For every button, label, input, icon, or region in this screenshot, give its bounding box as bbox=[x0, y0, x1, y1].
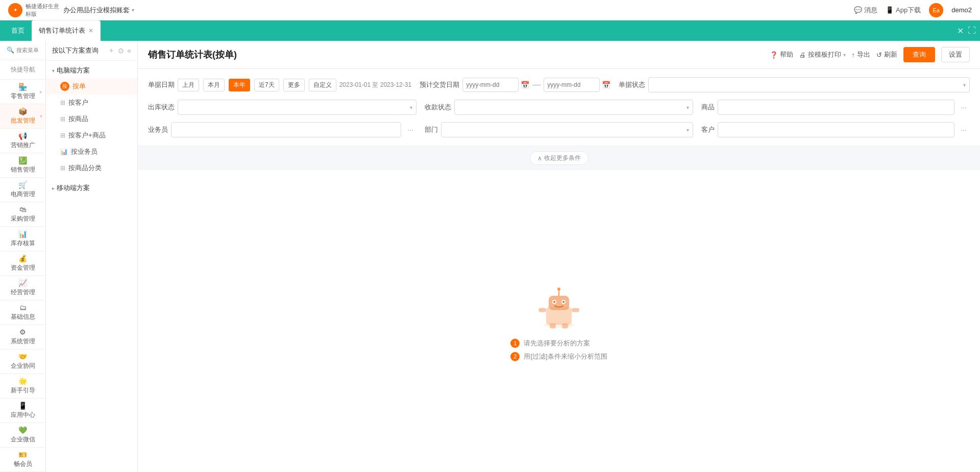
chevron-down-icon: ▾ bbox=[132, 7, 134, 13]
scheme-item-by-customer[interactable]: ⊞ 按客户 bbox=[46, 95, 137, 111]
settings-scheme-icon[interactable]: ⊙ bbox=[118, 46, 124, 55]
scheme-group-pc-title[interactable]: ▾ 电脑端方案 bbox=[46, 63, 137, 78]
date-quick-btns: 上月 本月 本年 近7天 更多 自定义 bbox=[178, 79, 336, 91]
collect-status-select[interactable] bbox=[454, 100, 693, 115]
scheme-item-by-salesperson[interactable]: 📊 按业务员 bbox=[46, 144, 137, 160]
filter-row-3: 业务员 ··· 部门 ▾ 客户 bbox=[148, 122, 970, 137]
add-scheme-icon[interactable]: ＋ bbox=[108, 46, 115, 55]
sidebar-item-ecom[interactable]: 🛒 电商管理 bbox=[0, 178, 45, 202]
ship-status-select[interactable] bbox=[178, 100, 416, 115]
dept-label: 部门 bbox=[425, 125, 438, 134]
sidebar-item-purchase[interactable]: 🛍 采购管理 bbox=[0, 202, 45, 227]
calendar-icon[interactable]: 📅 bbox=[521, 81, 529, 89]
avatar[interactable]: Ea bbox=[929, 3, 943, 17]
maximize-icon[interactable]: ⛶ bbox=[968, 26, 976, 35]
sidebar-item-newbie[interactable]: 🌟 新手引导 bbox=[0, 374, 45, 398]
app-download-btn[interactable]: 📱 App下载 bbox=[886, 6, 921, 15]
settings-btn[interactable]: 设置 bbox=[941, 47, 970, 62]
sidebar-quicknav[interactable]: 快捷导航 bbox=[0, 60, 45, 80]
goods-cat-scheme-icon: ⊞ bbox=[60, 164, 65, 172]
expected-date-start[interactable] bbox=[462, 78, 519, 92]
message-btn[interactable]: 💬 消息 bbox=[854, 6, 877, 15]
chevron-right-icon: ▸ bbox=[52, 185, 55, 191]
scheme-group-pc: ▾ 电脑端方案 按 按单 ⊞ 按客户 ⊞ 按商品 ⊞ 按客户+商品 bbox=[46, 61, 137, 178]
dept-field: 部门 ▾ bbox=[425, 122, 693, 137]
scheme-item-by-order[interactable]: 按 按单 bbox=[46, 78, 137, 95]
sidebar-item-inventory[interactable]: 📊 库存核算 bbox=[0, 227, 45, 251]
logo-text: 畅捷通好生意 标版 bbox=[26, 3, 59, 17]
scheme-group-mobile: ▸ 移动端方案 bbox=[46, 178, 137, 198]
empty-hint-1: 1 请先选择要分析的方案 bbox=[510, 339, 607, 348]
tab-home[interactable]: 首页 bbox=[4, 20, 32, 41]
sidebar-item-marketing[interactable]: 📢 营销推广 bbox=[0, 129, 45, 153]
collect-status-label: 收款状态 bbox=[425, 103, 451, 112]
date-range-text: 2023-01-01 至 2023-12-31 bbox=[339, 81, 411, 89]
expected-date-end[interactable] bbox=[544, 78, 600, 92]
sidebar-item-member[interactable]: 🎫 畅会员 bbox=[0, 447, 45, 472]
date-btn-prev-month[interactable]: 上月 bbox=[178, 79, 199, 91]
collapse-btn[interactable]: ∧ 收起更多条件 bbox=[530, 151, 589, 165]
refresh-btn[interactable]: ↺ 刷新 bbox=[876, 50, 897, 59]
goods-input[interactable] bbox=[718, 100, 954, 115]
scheme-item-by-goods-cat[interactable]: ⊞ 按商品分类 bbox=[46, 160, 137, 176]
date-btn-custom[interactable]: 自定义 bbox=[309, 79, 336, 91]
scheme-group-mobile-title[interactable]: ▸ 移动端方案 bbox=[46, 180, 137, 196]
collect-status-field: 收款状态 ▾ bbox=[425, 100, 693, 115]
salesperson-more-icon[interactable]: ··· bbox=[404, 126, 416, 134]
cust-goods-scheme-icon: ⊞ bbox=[60, 132, 65, 139]
help-btn[interactable]: ❓ 帮助 bbox=[770, 50, 793, 59]
scheme-item-by-goods[interactable]: ⊞ 按商品 bbox=[46, 111, 137, 127]
customer-scheme-icon: ⊞ bbox=[60, 99, 65, 106]
template-print-btn[interactable]: 🖨 按模板打印 ▾ bbox=[799, 50, 846, 59]
close-window-icon[interactable]: ✕ bbox=[957, 26, 964, 36]
svg-rect-12 bbox=[562, 323, 568, 328]
sidebar-item-wechat[interactable]: 💚 企业微信 bbox=[0, 423, 45, 447]
wholesale-icon: 📦 bbox=[18, 107, 27, 115]
date-separator: — bbox=[532, 80, 541, 89]
main-layout: 🔍 搜索菜单 快捷导航 🏪 零售管理 ▸ 📦 批发管理 ▾ 📢 营销推广 💹 销… bbox=[0, 41, 980, 472]
svg-rect-11 bbox=[550, 323, 556, 328]
date-btn-this-month[interactable]: 本月 bbox=[203, 79, 225, 91]
goods-more-icon[interactable]: ··· bbox=[958, 103, 970, 111]
page-actions: ❓ 帮助 🖨 按模板打印 ▾ ↑ 导出 ↺ bbox=[770, 47, 970, 62]
tab-bar: 首页 销售订单统计表 ✕ ✕ ⛶ bbox=[0, 20, 980, 41]
sidebar-item-wholesale[interactable]: 📦 批发管理 ▾ bbox=[0, 104, 45, 129]
system-icon: ⚙ bbox=[19, 328, 26, 336]
scheme-item-by-cust-goods[interactable]: ⊞ 按客户+商品 bbox=[46, 127, 137, 144]
corp-icon: 🤝 bbox=[18, 352, 27, 361]
sidebar-search[interactable]: 🔍 搜索菜单 bbox=[0, 41, 45, 60]
sidebar-item-finance[interactable]: 💰 资金管理 bbox=[0, 251, 45, 276]
sidebar-item-appcenter[interactable]: 📱 应用中心 bbox=[0, 398, 45, 423]
filter-row-1: 单据日期 上月 本月 本年 近7天 更多 自定义 2023-01-01 至 20… bbox=[148, 77, 970, 92]
sidebar-item-retail[interactable]: 🏪 零售管理 ▸ bbox=[0, 80, 45, 104]
sidebar-item-operation[interactable]: 📈 经营管理 bbox=[0, 276, 45, 300]
customer-more-icon[interactable]: ··· bbox=[958, 126, 970, 134]
workspace-selector[interactable]: 办公用品行业模拟账套 ▾ bbox=[63, 6, 134, 15]
tab-order-stat[interactable]: 销售订单统计表 ✕ bbox=[32, 20, 101, 41]
sidebar-item-basic[interactable]: 🗂 基础信息 bbox=[0, 300, 45, 325]
dept-select[interactable] bbox=[441, 122, 693, 137]
collect-status-wrapper: ▾ bbox=[454, 100, 693, 115]
collapse-panel-icon[interactable]: « bbox=[127, 46, 131, 55]
date-btn-this-year[interactable]: 本年 bbox=[229, 79, 250, 91]
sidebar-item-system[interactable]: ⚙ 系统管理 bbox=[0, 325, 45, 349]
expected-date-start-wrapper: 📅 bbox=[462, 78, 529, 92]
query-btn[interactable]: 查询 bbox=[903, 47, 935, 62]
date-btn-7days[interactable]: 近7天 bbox=[254, 79, 279, 91]
export-btn[interactable]: ↑ 导出 bbox=[852, 50, 871, 59]
empty-illustration bbox=[533, 281, 584, 333]
date-btn-more[interactable]: 更多 bbox=[283, 79, 305, 91]
status-select[interactable] bbox=[648, 77, 970, 92]
sidebar: 🔍 搜索菜单 快捷导航 🏪 零售管理 ▸ 📦 批发管理 ▾ 📢 营销推广 💹 销… bbox=[0, 41, 46, 472]
sidebar-item-sales[interactable]: 💹 销售管理 bbox=[0, 153, 45, 178]
salesperson-input[interactable] bbox=[171, 122, 401, 137]
sidebar-item-corp[interactable]: 🤝 企业协同 bbox=[0, 349, 45, 374]
customer-input[interactable] bbox=[718, 122, 954, 137]
tab-close-icon[interactable]: ✕ bbox=[88, 27, 93, 34]
goods-scheme-icon: ⊞ bbox=[60, 115, 65, 123]
appcenter-icon: 📱 bbox=[18, 402, 27, 410]
ship-status-label: 出库状态 bbox=[148, 103, 175, 112]
salesperson-field: 业务员 ··· bbox=[148, 122, 416, 137]
calendar-end-icon[interactable]: 📅 bbox=[602, 81, 610, 89]
customer-label: 客户 bbox=[701, 125, 715, 134]
